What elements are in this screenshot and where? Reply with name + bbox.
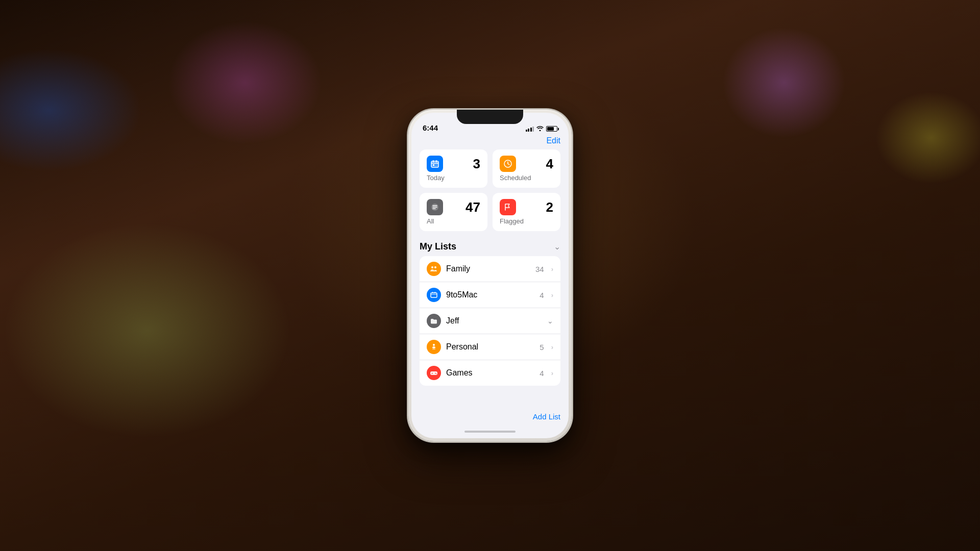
family-icon xyxy=(427,262,441,276)
status-icons xyxy=(526,126,558,132)
all-icon xyxy=(427,199,443,215)
games-icon xyxy=(427,366,441,380)
personal-chevron-icon: › xyxy=(551,343,553,351)
today-label: Today xyxy=(427,174,480,182)
ninemac-name: 9to5Mac xyxy=(446,290,534,299)
wifi-icon xyxy=(536,126,544,132)
all-count: 47 xyxy=(465,199,480,215)
ninemac-count: 4 xyxy=(540,291,544,299)
svg-rect-20 xyxy=(432,373,433,374)
list-item[interactable]: 9to5Mac 4 › xyxy=(420,282,560,308)
personal-name: Personal xyxy=(446,342,534,352)
today-icon xyxy=(427,156,443,172)
status-time: 6:44 xyxy=(423,123,438,132)
my-lists-title: My Lists xyxy=(420,241,456,252)
add-list-button[interactable]: Add List xyxy=(533,412,560,421)
family-name: Family xyxy=(446,264,530,273)
svg-rect-15 xyxy=(431,294,437,295)
flagged-label: Flagged xyxy=(500,217,553,225)
edit-bar: Edit xyxy=(420,135,560,149)
jeff-name: Jeff xyxy=(446,316,542,325)
family-count: 34 xyxy=(535,265,544,273)
summary-grid: 3 Today xyxy=(420,149,560,231)
today-count: 3 xyxy=(473,156,480,172)
svg-line-8 xyxy=(508,164,509,165)
svg-point-11 xyxy=(434,266,436,268)
svg-point-21 xyxy=(435,373,436,374)
svg-rect-4 xyxy=(431,163,438,164)
svg-rect-2 xyxy=(433,160,434,162)
phone-shell: 6:44 xyxy=(408,110,572,441)
svg-point-10 xyxy=(431,266,433,268)
all-card[interactable]: 47 All xyxy=(420,193,487,231)
list-items-container: Family 34 › xyxy=(420,256,560,386)
svg-rect-14 xyxy=(435,292,436,293)
ninemac-icon xyxy=(427,288,441,302)
signal-icon xyxy=(526,127,534,132)
games-count: 4 xyxy=(540,369,544,378)
list-item[interactable]: Personal 5 › xyxy=(420,334,560,360)
home-bar xyxy=(464,431,516,433)
jeff-icon xyxy=(427,314,441,328)
svg-rect-13 xyxy=(432,292,433,293)
ninemac-chevron-icon: › xyxy=(551,291,553,299)
scheduled-icon xyxy=(500,156,516,172)
family-chevron-icon: › xyxy=(551,265,553,273)
svg-rect-12 xyxy=(431,293,437,297)
personal-icon xyxy=(427,340,441,354)
list-item[interactable]: Family 34 › xyxy=(420,256,560,282)
scheduled-card[interactable]: 4 Scheduled xyxy=(493,149,560,188)
flagged-count: 2 xyxy=(546,199,553,215)
screen: 6:44 xyxy=(411,113,569,438)
my-lists-header[interactable]: My Lists ⌄ xyxy=(420,239,560,254)
jeff-chevron-down-icon: ⌄ xyxy=(547,317,553,325)
games-name: Games xyxy=(446,368,534,378)
list-item[interactable]: Games 4 › xyxy=(420,360,560,386)
personal-count: 5 xyxy=(540,343,544,352)
svg-rect-3 xyxy=(436,160,437,162)
svg-rect-5 xyxy=(433,164,434,166)
svg-rect-0 xyxy=(431,161,438,167)
my-lists-chevron: ⌄ xyxy=(554,242,560,252)
flagged-icon xyxy=(500,199,516,215)
scene: 6:44 xyxy=(0,0,980,551)
all-label: All xyxy=(427,217,480,225)
home-indicator xyxy=(411,425,569,438)
scheduled-label: Scheduled xyxy=(500,174,553,182)
edit-button[interactable]: Edit xyxy=(546,136,560,145)
notch xyxy=(457,110,523,124)
svg-point-22 xyxy=(436,373,437,374)
battery-icon xyxy=(546,126,557,132)
flagged-card[interactable]: 2 Flagged xyxy=(493,193,560,231)
list-item[interactable]: Jeff ⌄ xyxy=(420,308,560,334)
app-content: Edit xyxy=(411,135,569,425)
add-list-bar: Add List xyxy=(420,406,560,425)
svg-rect-18 xyxy=(430,371,437,375)
svg-point-16 xyxy=(433,344,435,346)
games-chevron-icon: › xyxy=(551,369,553,377)
scheduled-count: 4 xyxy=(546,156,553,172)
today-card[interactable]: 3 Today xyxy=(420,149,487,188)
